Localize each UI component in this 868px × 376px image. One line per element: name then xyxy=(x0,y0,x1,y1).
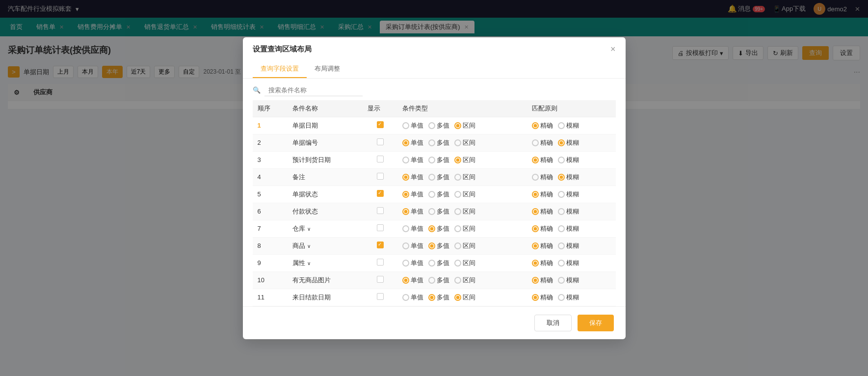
fuzzy-radio-btn[interactable] xyxy=(558,225,565,232)
range-radio[interactable]: 区间 xyxy=(454,242,475,250)
single-radio[interactable]: 单值 xyxy=(402,138,423,147)
multi-radio-btn[interactable] xyxy=(428,157,435,163)
save-btn[interactable]: 保存 xyxy=(578,315,614,331)
single-radio-btn[interactable] xyxy=(402,242,409,249)
exact-radio[interactable]: 精确 xyxy=(532,293,553,302)
range-radio-btn[interactable] xyxy=(454,191,461,198)
multi-radio[interactable]: 多值 xyxy=(428,156,449,164)
fuzzy-radio-btn[interactable] xyxy=(558,191,565,198)
multi-radio[interactable]: 多值 xyxy=(428,121,449,130)
fuzzy-radio-btn[interactable] xyxy=(558,157,565,163)
row-display-checkbox[interactable] xyxy=(363,186,398,203)
exact-radio-btn[interactable] xyxy=(532,225,539,232)
exact-radio-btn[interactable] xyxy=(532,139,539,146)
multi-radio[interactable]: 多值 xyxy=(428,293,449,302)
exact-radio[interactable]: 精确 xyxy=(532,242,553,250)
single-radio-btn[interactable] xyxy=(402,225,409,232)
row-display-checkbox[interactable] xyxy=(363,134,398,151)
single-radio[interactable]: 单值 xyxy=(402,190,423,199)
single-radio[interactable]: 单值 xyxy=(402,207,423,216)
fuzzy-radio[interactable]: 模糊 xyxy=(558,224,579,233)
range-radio[interactable]: 区间 xyxy=(454,138,475,147)
range-radio-btn[interactable] xyxy=(454,242,461,249)
multi-radio-btn[interactable] xyxy=(428,242,435,249)
fuzzy-radio[interactable]: 模糊 xyxy=(558,276,579,285)
multi-radio-btn[interactable] xyxy=(428,174,435,181)
row-display-checkbox[interactable] xyxy=(363,151,398,168)
range-radio[interactable]: 区间 xyxy=(454,276,475,285)
exact-radio-btn[interactable] xyxy=(532,208,539,215)
multi-radio-btn[interactable] xyxy=(428,208,435,215)
display-checkbox[interactable] xyxy=(377,293,384,300)
row-display-checkbox[interactable] xyxy=(363,168,398,186)
single-radio[interactable]: 单值 xyxy=(402,224,423,233)
row-display-checkbox[interactable] xyxy=(363,220,398,237)
search-input[interactable] xyxy=(264,84,363,96)
row-display-checkbox[interactable] xyxy=(363,237,398,254)
modal-tab-query-fields[interactable]: 查询字段设置 xyxy=(253,60,307,78)
multi-radio-btn[interactable] xyxy=(428,191,435,198)
display-checkbox[interactable] xyxy=(377,224,384,231)
display-checkbox[interactable] xyxy=(377,259,384,266)
fuzzy-radio-btn[interactable] xyxy=(558,122,565,129)
single-radio[interactable]: 单值 xyxy=(402,173,423,182)
display-checkbox[interactable] xyxy=(377,173,384,180)
range-radio[interactable]: 区间 xyxy=(454,156,475,164)
single-radio-btn[interactable] xyxy=(402,122,409,129)
modal-tab-layout[interactable]: 布局调整 xyxy=(307,60,348,78)
range-radio-btn[interactable] xyxy=(454,260,461,267)
multi-radio-btn[interactable] xyxy=(428,225,435,232)
single-radio-btn[interactable] xyxy=(402,139,409,146)
multi-radio[interactable]: 多值 xyxy=(428,190,449,199)
fuzzy-radio-btn[interactable] xyxy=(558,139,565,146)
row-display-checkbox[interactable] xyxy=(363,203,398,220)
range-radio-btn[interactable] xyxy=(454,122,461,129)
exact-radio-btn[interactable] xyxy=(532,277,539,284)
exact-radio[interactable]: 精确 xyxy=(532,276,553,285)
exact-radio-btn[interactable] xyxy=(532,260,539,267)
multi-radio[interactable]: 多值 xyxy=(428,259,449,268)
single-radio-btn[interactable] xyxy=(402,260,409,267)
single-radio-btn[interactable] xyxy=(402,208,409,215)
single-radio-btn[interactable] xyxy=(402,277,409,284)
range-radio[interactable]: 区间 xyxy=(454,173,475,182)
fuzzy-radio[interactable]: 模糊 xyxy=(558,207,579,216)
fuzzy-radio[interactable]: 模糊 xyxy=(558,242,579,250)
single-radio-btn[interactable] xyxy=(402,294,409,301)
display-checkbox[interactable] xyxy=(377,207,384,214)
single-radio[interactable]: 单值 xyxy=(402,293,423,302)
exact-radio-btn[interactable] xyxy=(532,157,539,163)
single-radio[interactable]: 单值 xyxy=(402,121,423,130)
single-radio[interactable]: 单值 xyxy=(402,276,423,285)
exact-radio[interactable]: 精确 xyxy=(532,173,553,182)
row-display-checkbox[interactable] xyxy=(363,117,398,134)
exact-radio[interactable]: 精确 xyxy=(532,259,553,268)
fuzzy-radio[interactable]: 模糊 xyxy=(558,121,579,130)
display-checkbox[interactable] xyxy=(377,138,384,145)
range-radio-btn[interactable] xyxy=(454,277,461,284)
display-checkbox[interactable] xyxy=(377,156,384,162)
single-radio[interactable]: 单值 xyxy=(402,242,423,250)
multi-radio[interactable]: 多值 xyxy=(428,224,449,233)
range-radio[interactable]: 区间 xyxy=(454,190,475,199)
display-checkbox[interactable] xyxy=(377,190,384,197)
fuzzy-radio[interactable]: 模糊 xyxy=(558,190,579,199)
exact-radio[interactable]: 精确 xyxy=(532,207,553,216)
row-display-checkbox[interactable] xyxy=(363,271,398,289)
range-radio[interactable]: 区间 xyxy=(454,224,475,233)
row-display-checkbox[interactable] xyxy=(363,289,398,306)
exact-radio[interactable]: 精确 xyxy=(532,224,553,233)
range-radio-btn[interactable] xyxy=(454,139,461,146)
range-radio[interactable]: 区间 xyxy=(454,207,475,216)
fuzzy-radio[interactable]: 模糊 xyxy=(558,173,579,182)
fuzzy-radio-btn[interactable] xyxy=(558,294,565,301)
row-display-checkbox[interactable] xyxy=(363,254,398,271)
single-radio[interactable]: 单值 xyxy=(402,259,423,268)
range-radio-btn[interactable] xyxy=(454,225,461,232)
multi-radio-btn[interactable] xyxy=(428,122,435,129)
single-radio[interactable]: 单值 xyxy=(402,156,423,164)
range-radio[interactable]: 区间 xyxy=(454,259,475,268)
exact-radio-btn[interactable] xyxy=(532,242,539,249)
fuzzy-radio-btn[interactable] xyxy=(558,174,565,181)
fuzzy-radio-btn[interactable] xyxy=(558,260,565,267)
